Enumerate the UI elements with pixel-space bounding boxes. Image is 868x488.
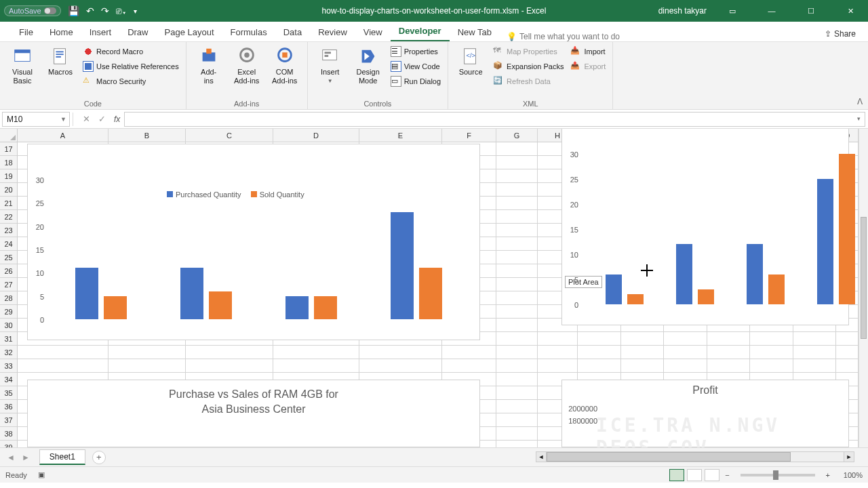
cell[interactable] <box>496 183 538 197</box>
close-icon[interactable]: ✕ <box>837 0 864 22</box>
addins-button[interactable]: Add- ins <box>192 45 226 85</box>
col-header-B[interactable]: B <box>108 129 186 142</box>
formula-input[interactable]: ▾ <box>124 112 865 127</box>
zoom-in-button[interactable]: + <box>823 471 833 479</box>
cell[interactable] <box>496 224 538 237</box>
cell[interactable] <box>496 156 538 169</box>
row-header-27[interactable]: 27 <box>0 278 18 291</box>
row-header-18[interactable]: 18 <box>0 156 18 169</box>
bar[interactable] <box>606 274 622 304</box>
macro-security-button[interactable]: ⚠Macro Security <box>81 75 180 88</box>
run-dialog-button[interactable]: ▭Run Dialog <box>389 75 442 88</box>
maximize-icon[interactable]: ☐ <box>797 0 825 22</box>
row-header-26[interactable]: 26 <box>0 264 18 278</box>
bar[interactable] <box>768 274 785 304</box>
tab-home[interactable]: Home <box>41 23 81 41</box>
tab-view[interactable]: View <box>355 23 391 41</box>
col-header-C[interactable]: C <box>186 129 273 142</box>
qat-customize-icon[interactable]: ▾ <box>134 7 137 15</box>
cell[interactable] <box>496 319 538 332</box>
cell[interactable] <box>496 386 538 400</box>
row-header-39[interactable]: 39 <box>0 441 18 447</box>
cell[interactable] <box>578 332 620 346</box>
cell[interactable] <box>496 291 538 305</box>
cell[interactable] <box>108 346 186 359</box>
cell[interactable] <box>664 359 707 373</box>
cell[interactable] <box>496 197 538 210</box>
cell[interactable] <box>750 332 793 346</box>
cell[interactable] <box>793 359 836 373</box>
collapse-ribbon-icon[interactable]: ᐱ <box>857 97 863 106</box>
row-header-34[interactable]: 34 <box>0 373 18 386</box>
share-button[interactable]: ⇪Share <box>819 26 861 41</box>
cell[interactable] <box>496 346 538 359</box>
row-header-25[interactable]: 25 <box>0 251 18 264</box>
bar[interactable] <box>419 268 442 319</box>
cell[interactable] <box>793 332 836 346</box>
tab-review[interactable]: Review <box>310 23 355 41</box>
record-macro-button[interactable]: Record Macro <box>81 45 180 58</box>
bar[interactable] <box>839 154 855 304</box>
cell[interactable] <box>621 359 664 373</box>
user-name[interactable]: dinesh takyar <box>658 6 707 16</box>
cell[interactable] <box>496 332 538 346</box>
add-sheet-button[interactable]: + <box>92 451 106 464</box>
view-normal-button[interactable] <box>669 469 684 481</box>
cell[interactable] <box>621 346 664 359</box>
row-header-24[interactable]: 24 <box>0 237 18 251</box>
select-all-corner[interactable] <box>0 129 18 142</box>
view-page-layout-button[interactable] <box>687 469 702 481</box>
ribbon-display-icon[interactable]: ▭ <box>719 0 746 22</box>
row-header-35[interactable]: 35 <box>0 386 18 400</box>
row-header-36[interactable]: 36 <box>0 400 18 413</box>
expansion-packs-button[interactable]: 📦Expansion Packs <box>492 60 565 73</box>
bar[interactable] <box>698 289 714 304</box>
design-mode-button[interactable]: Design Mode <box>351 45 385 85</box>
cell[interactable] <box>496 400 538 413</box>
save-icon[interactable]: 💾 <box>68 5 79 16</box>
tab-draw[interactable]: Draw <box>119 23 156 41</box>
cell[interactable] <box>496 251 538 264</box>
fx-icon[interactable]: fx <box>110 115 124 124</box>
import-button[interactable]: 📥Import <box>569 45 607 58</box>
cell[interactable] <box>496 413 538 427</box>
bar[interactable] <box>817 179 833 304</box>
excel-addins-button[interactable]: Excel Add-ins <box>230 45 264 85</box>
row-header-23[interactable]: 23 <box>0 224 18 237</box>
cell[interactable] <box>707 359 750 373</box>
cell[interactable] <box>578 346 620 359</box>
cell[interactable] <box>18 346 108 359</box>
cell[interactable] <box>186 346 273 359</box>
hscroll-left-icon[interactable]: ◄ <box>536 451 547 462</box>
sheet-nav-next[interactable]: ► <box>19 451 33 464</box>
cell[interactable] <box>836 359 859 373</box>
cell[interactable] <box>664 346 707 359</box>
name-box[interactable]: M10▼ <box>2 112 70 127</box>
sheet-nav-prev[interactable]: ◄ <box>4 451 18 464</box>
cell[interactable] <box>442 359 496 373</box>
chart-4[interactable]: Profit 2000000 1800000 ICE.TRA N.NGV DEO… <box>561 380 849 447</box>
cell[interactable] <box>496 305 538 319</box>
tab-formulas[interactable]: Formulas <box>222 23 275 41</box>
cell[interactable] <box>273 346 359 359</box>
row-header-30[interactable]: 30 <box>0 319 18 332</box>
scrollbar-thumb[interactable] <box>861 217 867 339</box>
macros-button[interactable]: Macros <box>43 45 77 77</box>
view-page-break-button[interactable] <box>705 469 719 481</box>
row-header-29[interactable]: 29 <box>0 305 18 319</box>
bar[interactable] <box>180 268 203 319</box>
row-header-32[interactable]: 32 <box>0 346 18 359</box>
cell[interactable] <box>578 359 620 373</box>
tab-developer[interactable]: Developer <box>391 22 450 41</box>
cell[interactable] <box>707 332 750 346</box>
cell[interactable] <box>664 332 707 346</box>
bar[interactable] <box>627 294 644 304</box>
touch-mode-icon[interactable]: ⎚▾ <box>116 5 127 16</box>
chevron-down-icon[interactable]: ▼ <box>60 116 66 123</box>
visual-basic-button[interactable]: Visual Basic <box>5 45 39 85</box>
cell[interactable] <box>538 359 578 373</box>
cell[interactable] <box>359 359 442 373</box>
cell[interactable] <box>108 359 186 373</box>
tab-insert[interactable]: Insert <box>81 23 120 41</box>
col-header-A[interactable]: A <box>18 129 108 142</box>
